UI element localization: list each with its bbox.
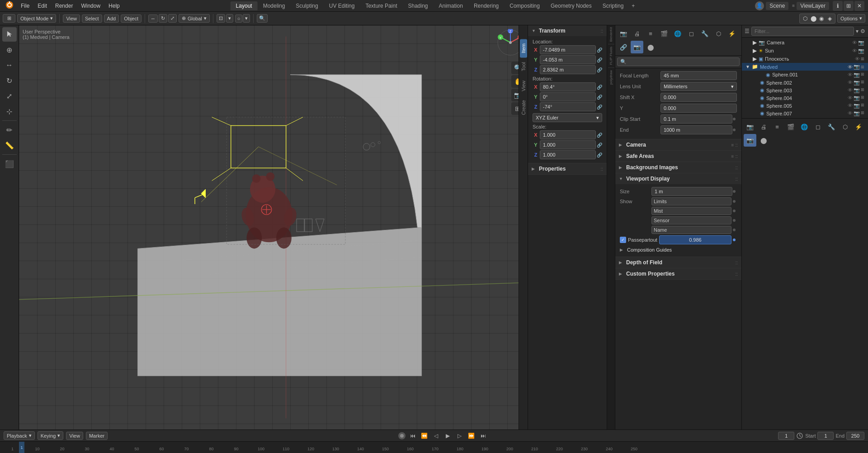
marker-btn[interactable]: Marker xyxy=(86,432,108,440)
next-keyframe-btn[interactable]: ▷ xyxy=(455,431,464,440)
s002-icon3[interactable]: ⊞ xyxy=(861,80,864,86)
rot-y-input[interactable]: 0° xyxy=(540,92,596,101)
outliner-sphere007[interactable]: ◉ Sphere.007 👁 📷 ⊞ xyxy=(742,110,868,117)
scale-x-input[interactable]: 1.000 xyxy=(540,130,596,139)
sun-vis-icon[interactable]: 👁 xyxy=(852,48,857,53)
s005-render-icon[interactable]: 📷 xyxy=(854,103,860,109)
playback-dropdown[interactable]: Playback ▾ xyxy=(4,431,35,440)
flip-fluids-label[interactable]: FLIP Fluids xyxy=(609,47,613,65)
clip-end-input[interactable]: 1000 m xyxy=(660,125,732,134)
viewport[interactable]: User Perspective (1) Medved | Camera X Y… xyxy=(19,25,528,429)
camera-vis-icon[interactable]: 👁 xyxy=(852,40,857,45)
outliner-sphere004[interactable]: ◉ Sphere.004 👁 📷 ⊞ xyxy=(742,94,868,102)
view-menu-btn[interactable]: View xyxy=(63,14,80,23)
shift-y-input[interactable]: 0.000 xyxy=(660,104,737,113)
scene-name[interactable]: Scene xyxy=(766,2,788,10)
end-frame-input[interactable]: 250 xyxy=(846,432,864,440)
scene-props-icon[interactable]: 🎬 xyxy=(658,27,670,40)
snap-toggle-btn[interactable]: ⊡ xyxy=(217,14,225,23)
options-dropdown[interactable]: Options ▾ xyxy=(837,14,865,23)
s002-vis-icon[interactable]: 👁 xyxy=(848,80,853,86)
object-props-icon[interactable]: ◻ xyxy=(685,27,698,40)
plane-shield-icon[interactable]: ⊞ xyxy=(861,57,864,61)
proportional-dropdown-btn[interactable]: ▾ xyxy=(243,14,250,23)
camera-section-header[interactable]: ▶ Camera ≡ :: xyxy=(615,139,741,150)
move-tool-icon[interactable]: ↔ xyxy=(2,58,17,72)
depth-of-field-dots[interactable]: :: xyxy=(735,260,738,265)
lens-unit-dropdown[interactable]: Millimeters ▾ xyxy=(660,82,737,91)
mist-field[interactable]: Mist xyxy=(651,207,731,215)
select-tool-icon[interactable] xyxy=(2,27,17,42)
particles-props-icon[interactable]: ⬡ xyxy=(712,27,725,40)
transform-tool-icon[interactable]: ⊹ xyxy=(2,104,17,119)
size-input[interactable]: 1 m xyxy=(651,187,732,196)
material-shade-btn[interactable]: ◉ xyxy=(818,15,825,22)
view-tab[interactable]: View xyxy=(520,76,527,96)
play-btn[interactable]: ▶ xyxy=(443,431,453,440)
polydraw-label[interactable]: polydraw xyxy=(609,70,613,85)
loc-z-input[interactable]: 2.8362 m xyxy=(540,65,596,74)
output-props-icon[interactable]: 🖨 xyxy=(631,27,643,40)
focal-length-input[interactable]: 45 mm xyxy=(660,71,737,80)
loc-y-input[interactable]: -4.053 m xyxy=(540,55,596,64)
rotation-mode-dropdown[interactable]: XYZ Euler ▾ xyxy=(533,113,602,122)
particles-bottom-icon[interactable]: ⬡ xyxy=(839,120,851,133)
tab-animation[interactable]: Animation xyxy=(434,1,468,10)
view-layer-bottom-icon[interactable]: ≡ xyxy=(771,120,783,133)
blender-logo-btn[interactable] xyxy=(3,0,16,11)
prev-frame-btn[interactable]: ⏪ xyxy=(420,431,429,440)
outliner-sphere003[interactable]: ◉ Sphere.003 👁 📷 ⊞ xyxy=(742,86,868,94)
s003-icon3[interactable]: ⊞ xyxy=(861,87,864,93)
tab-add[interactable]: + xyxy=(629,1,637,10)
s007-vis-icon[interactable]: 👁 xyxy=(848,110,853,116)
info-icon[interactable]: ℹ xyxy=(833,1,843,11)
record-btn[interactable] xyxy=(398,432,406,439)
tab-modeling[interactable]: Modeling xyxy=(258,1,291,10)
add-cube-icon[interactable]: ⬛ xyxy=(2,157,17,171)
render-props-icon[interactable]: 📷 xyxy=(617,27,630,40)
depth-of-field-header[interactable]: ▶ Depth of Field :: xyxy=(615,257,741,268)
medved-shield-icon[interactable]: ⊞ xyxy=(861,65,864,69)
viewport-display-header[interactable]: ▼ Viewport Display :: xyxy=(615,173,741,184)
camera-list-icon[interactable]: ≡ xyxy=(731,143,734,148)
object-mode-dropdown[interactable]: Object Mode ▾ xyxy=(17,14,56,23)
jump-end-btn[interactable]: ⏭ xyxy=(479,431,488,440)
timeline-numbers[interactable]: 1 10 20 30 40 50 60 70 80 90 100 110 120… xyxy=(0,442,868,453)
loc-x-link-icon[interactable]: 🔗 xyxy=(597,48,602,52)
loc-y-link-icon[interactable]: 🔗 xyxy=(597,57,602,62)
scale-y-input[interactable]: 1.000 xyxy=(540,140,596,149)
rotate-tool-icon[interactable]: ↻ xyxy=(2,73,17,88)
physics-props-icon[interactable]: ⚡ xyxy=(726,27,738,40)
tab-sculpting[interactable]: Sculpting xyxy=(290,1,323,10)
composition-guides-header[interactable]: ▶ Composition Guides xyxy=(620,246,737,254)
scale-z-input[interactable]: 1.000 xyxy=(540,150,596,159)
safe-areas-header[interactable]: ▶ Safe Areas ≡ :: xyxy=(615,151,741,162)
view-layer-name[interactable]: ViewLayer xyxy=(797,2,829,10)
jump-start-btn[interactable]: ⏮ xyxy=(408,431,417,440)
tab-geometry-nodes[interactable]: Geometry Nodes xyxy=(545,1,597,10)
s002-render-icon[interactable]: 📷 xyxy=(854,80,860,86)
modifier-bottom-icon[interactable]: 🔧 xyxy=(825,120,838,133)
obj-props-bottom-icon[interactable]: ◻ xyxy=(811,120,824,133)
tab-texture-paint[interactable]: Texture Paint xyxy=(360,1,402,10)
loc-x-input[interactable]: -7.0489 m xyxy=(540,45,596,54)
tab-uv-editing[interactable]: UV Editing xyxy=(324,1,360,10)
tab-compositing[interactable]: Compositing xyxy=(504,1,545,10)
properties-header[interactable]: ▶ Properties :: xyxy=(528,163,607,174)
object-menu-btn[interactable]: Object xyxy=(121,14,142,23)
outliner-medved[interactable]: ▼ 📁 Medved 👁 📷 ⊞ xyxy=(742,63,868,71)
menu-help[interactable]: Help xyxy=(105,2,123,10)
name-field[interactable]: Name xyxy=(651,226,731,234)
outliner-type-icon[interactable]: ☰ xyxy=(745,28,750,34)
outliner-sphere002[interactable]: ◉ Sphere.002 👁 📷 ⊞ xyxy=(742,79,868,86)
world-props-bottom-icon[interactable]: 🌐 xyxy=(798,120,811,133)
passepartout-input[interactable]: 0.986 xyxy=(659,235,731,244)
scale-x-link-icon[interactable]: 🔗 xyxy=(597,133,602,138)
close-window-icon[interactable]: ✕ xyxy=(854,1,864,11)
view-bottom-btn[interactable]: View xyxy=(66,432,83,440)
menu-file[interactable]: File xyxy=(17,2,33,10)
rot-x-link-icon[interactable]: 🔗 xyxy=(597,85,602,90)
view-layer-props-icon[interactable]: ≡ xyxy=(644,27,657,40)
viewport-display-dots[interactable]: :: xyxy=(735,176,738,181)
sensor-field[interactable]: Sensor xyxy=(651,216,731,224)
